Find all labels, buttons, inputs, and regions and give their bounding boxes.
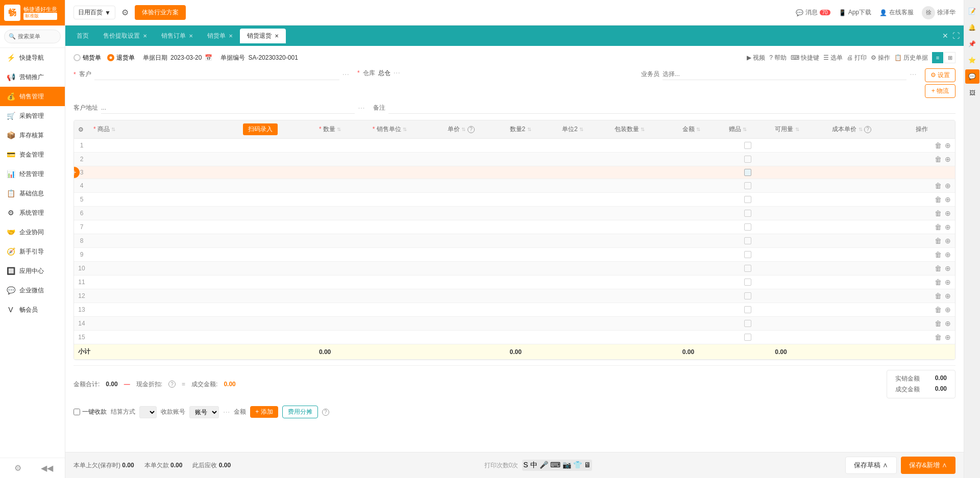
sort-amount-icon[interactable]: ⇅ <box>696 127 700 132</box>
sidebar-item-enterprise[interactable]: 🤝 企业协同 <box>0 222 65 242</box>
row-12-pack-qty[interactable] <box>610 289 678 303</box>
toolbar-icon-2[interactable]: 中 <box>530 461 537 470</box>
right-panel-btn-5[interactable]: 💬 <box>965 69 979 84</box>
row-13-qty2[interactable] <box>506 303 558 317</box>
sidebar-item-apps[interactable]: 🔲 应用中心 <box>0 261 65 281</box>
row-3-product[interactable] <box>89 166 239 179</box>
sidebar-item-basic[interactable]: 📋 基础信息 <box>0 184 65 203</box>
sidebar-item-purchase[interactable]: 🛒 采购管理 <box>0 106 65 125</box>
row-1-available[interactable] <box>771 139 828 153</box>
row-9-unit[interactable] <box>369 248 444 262</box>
row-13-unit-price[interactable] <box>444 303 505 317</box>
row-7-unit[interactable] <box>369 220 444 234</box>
row-2-product[interactable] <box>89 153 239 166</box>
row-2-unit2[interactable] <box>558 153 610 166</box>
row-6-product[interactable] <box>89 207 239 220</box>
app-download-btn[interactable]: 📱 App下载 <box>839 8 871 17</box>
row-7-unit2[interactable] <box>558 220 610 234</box>
row-4-copy-btn[interactable]: ⊕ <box>945 182 951 190</box>
row-9-pack-qty[interactable] <box>610 248 678 262</box>
row-15-available[interactable] <box>771 331 828 344</box>
one-click-payment-checkbox[interactable] <box>74 409 80 415</box>
row-7-delete-btn[interactable]: 🗑 <box>935 223 942 231</box>
action-shortcut[interactable]: ⌨ 快捷键 <box>791 54 819 62</box>
row-7-amount[interactable] <box>678 220 725 234</box>
row-12-qty[interactable] <box>315 289 369 303</box>
tab-close-sale-price[interactable]: ✕ <box>143 33 147 39</box>
row-3-qty2[interactable] <box>506 166 558 179</box>
radio-delivery[interactable]: 销货单 <box>74 54 101 62</box>
row-10-delete-btn[interactable]: 🗑 <box>935 264 942 272</box>
row-6-unit[interactable] <box>369 207 444 220</box>
row-14-pack-qty[interactable] <box>610 317 678 331</box>
row-11-gift[interactable] <box>725 275 771 289</box>
sidebar-item-finance[interactable]: 💳 资金管理 <box>0 145 65 164</box>
salesperson-input[interactable] <box>663 68 907 80</box>
row-11-available[interactable] <box>771 275 828 289</box>
action-select[interactable]: ☰ 选单 <box>823 54 843 62</box>
tab-sale-delivery[interactable]: 销货单 ✕ <box>200 29 240 43</box>
right-panel-btn-4[interactable]: ⭐ <box>965 53 979 67</box>
row-6-unit2[interactable] <box>558 207 610 220</box>
settlement-method-select[interactable] <box>139 406 157 418</box>
row-14-unit-price[interactable] <box>444 317 505 331</box>
one-click-payment-label[interactable]: 一键收款 <box>74 408 107 416</box>
row-4-product[interactable] <box>89 179 239 193</box>
row-15-delete-btn[interactable]: 🗑 <box>935 333 942 341</box>
row-8-delete-btn[interactable]: 🗑 <box>935 237 942 245</box>
toolbar-icon-6[interactable]: 👕 <box>573 461 582 470</box>
sort-available-icon[interactable]: ⇅ <box>795 127 799 132</box>
radio-return[interactable]: 退货单 <box>107 54 135 62</box>
industry-selector[interactable]: 日用百货 ▼ <box>74 6 115 19</box>
row-4-unit2[interactable] <box>558 179 610 193</box>
row-9-unit-price[interactable] <box>444 248 505 262</box>
warehouse-select-btn[interactable]: ··· <box>394 68 400 78</box>
sort-gift-icon[interactable]: ⇅ <box>743 127 747 132</box>
row-8-gift[interactable] <box>725 234 771 248</box>
right-panel-btn-6[interactable]: 🖼 <box>965 86 979 100</box>
row-14-product[interactable] <box>89 317 239 331</box>
row-13-gift[interactable] <box>725 303 771 317</box>
row-6-amount[interactable] <box>678 207 725 220</box>
row-8-qty2[interactable] <box>506 234 558 248</box>
row-11-qty2[interactable] <box>506 275 558 289</box>
sort-cost-price-icon[interactable]: ⇅ <box>859 127 863 132</box>
sidebar-item-marketing[interactable]: 📢 营销推广 <box>0 67 65 87</box>
salesperson-select-btn[interactable]: ··· <box>910 70 916 79</box>
experience-btn[interactable]: 体验行业方案 <box>135 5 186 20</box>
row-2-available[interactable] <box>771 153 828 166</box>
view-grid-btn[interactable]: ⊞ <box>944 52 955 63</box>
product-input-3[interactable] <box>93 169 235 176</box>
row-9-delete-btn[interactable]: 🗑 <box>935 250 942 259</box>
row-5-qty2[interactable] <box>506 193 558 207</box>
row-2-qty2[interactable] <box>506 153 558 166</box>
row-1-unit[interactable] <box>369 139 444 153</box>
row-10-qty[interactable] <box>315 262 369 275</box>
row-8-pack-qty[interactable] <box>610 234 678 248</box>
row-1-qty2[interactable] <box>506 139 558 153</box>
sidebar-settings-btn[interactable]: ⚙ <box>5 463 31 473</box>
row-5-unit2[interactable] <box>558 193 610 207</box>
row-4-available[interactable] <box>771 179 828 193</box>
row-10-qty2[interactable] <box>506 262 558 275</box>
row-14-copy-btn[interactable]: ⊕ <box>945 319 951 328</box>
row-6-unit-price[interactable] <box>444 207 505 220</box>
row-3-qty[interactable] <box>315 166 369 179</box>
row-14-qty2[interactable] <box>506 317 558 331</box>
row-1-pack-qty[interactable] <box>610 139 678 153</box>
row-8-unit2[interactable] <box>558 234 610 248</box>
row-10-unit-price[interactable] <box>444 262 505 275</box>
row-6-delete-btn[interactable]: 🗑 <box>935 209 942 217</box>
search-menu-button[interactable]: 🔍 搜索菜单 <box>4 30 61 43</box>
toolbar-icon-1[interactable]: S <box>523 461 528 470</box>
sort-unit2-icon[interactable]: ⇅ <box>579 127 583 132</box>
row-9-gift[interactable] <box>725 248 771 262</box>
sidebar-item-operation[interactable]: 📊 经营管理 <box>0 164 65 184</box>
row-3-available[interactable] <box>771 166 828 179</box>
row-9-available[interactable] <box>771 248 828 262</box>
row-12-unit-price[interactable] <box>444 289 505 303</box>
row-13-amount[interactable] <box>678 303 725 317</box>
account-more-btn[interactable]: ··· <box>223 408 230 417</box>
row-5-copy-btn[interactable]: ⊕ <box>945 195 951 204</box>
row-6-available[interactable] <box>771 207 828 220</box>
